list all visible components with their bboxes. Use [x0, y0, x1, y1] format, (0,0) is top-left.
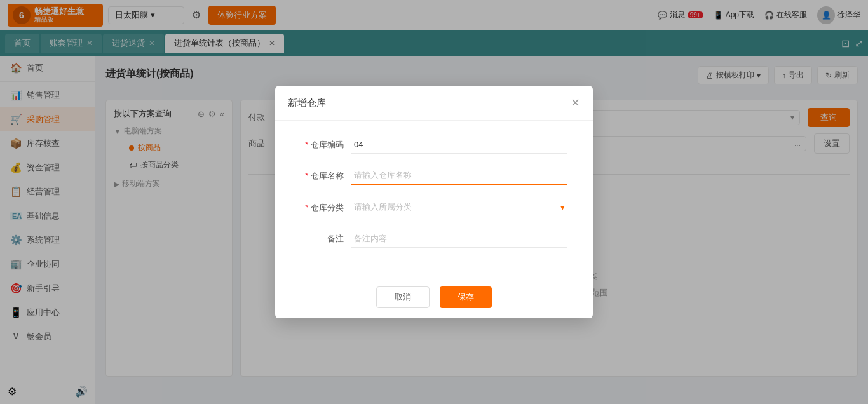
save-button[interactable]: 保存: [440, 286, 492, 308]
modal-header: 新增仓库 ✕: [275, 86, 593, 121]
name-input[interactable]: [351, 166, 567, 185]
category-select[interactable]: 请输入所属分类 ▾: [351, 198, 567, 217]
form-row-code: 仓库编码: [301, 136, 567, 154]
modal-body: 仓库编码 仓库名称 仓库分类 请输入所属分类 ▾ 备注: [275, 121, 593, 276]
code-label: 仓库编码: [301, 139, 351, 151]
remark-label: 备注: [301, 233, 351, 245]
form-row-remark: 备注: [301, 230, 567, 248]
modal-footer: 取消 保存: [275, 276, 593, 318]
category-label: 仓库分类: [301, 202, 351, 213]
form-row-name: 仓库名称: [301, 166, 567, 185]
code-input[interactable]: [351, 136, 567, 154]
remark-input[interactable]: [351, 230, 567, 248]
modal-overlay[interactable]: 新增仓库 ✕ 仓库编码 仓库名称 仓库分类 请输入所属分类 ▾: [0, 0, 868, 404]
new-warehouse-modal: 新增仓库 ✕ 仓库编码 仓库名称 仓库分类 请输入所属分类 ▾: [275, 86, 593, 318]
name-label: 仓库名称: [301, 170, 351, 182]
modal-close-icon[interactable]: ✕: [571, 96, 580, 110]
cancel-button[interactable]: 取消: [376, 286, 430, 308]
modal-title: 新增仓库: [288, 97, 326, 109]
form-row-category: 仓库分类 请输入所属分类 ▾: [301, 198, 567, 217]
category-chevron-icon: ▾: [560, 203, 565, 212]
category-placeholder: 请输入所属分类: [354, 201, 412, 213]
